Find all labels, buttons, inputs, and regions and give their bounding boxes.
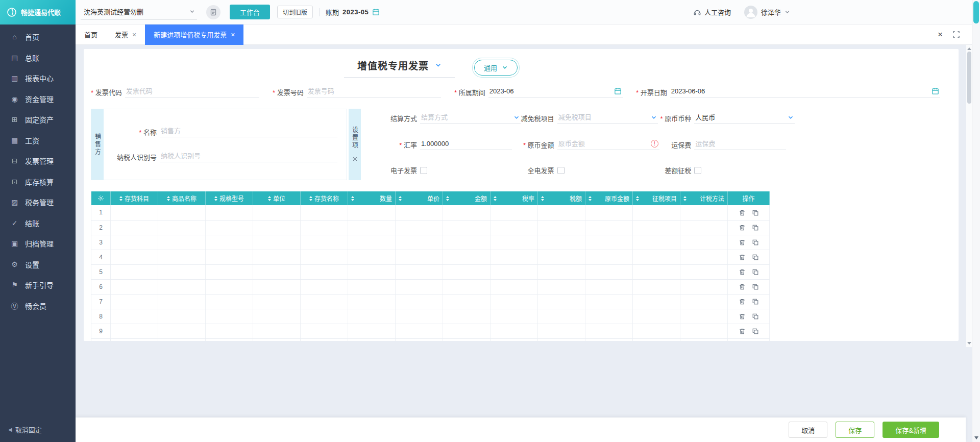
grid-cell[interactable] (206, 279, 253, 294)
grid-cell[interactable] (585, 294, 633, 309)
grid-cell[interactable] (585, 309, 633, 324)
grid-cell[interactable] (206, 250, 253, 264)
grid-cell[interactable] (158, 294, 206, 309)
grid-cell[interactable] (253, 279, 301, 294)
sidebar-item-home[interactable]: ⌂首页 (0, 27, 76, 47)
fullscreen-icon[interactable] (953, 31, 960, 38)
invoice-type-select[interactable]: 增值税专用发票 (344, 57, 455, 78)
grid-column-header[interactable]: 原币金额 (585, 191, 633, 205)
sort-icon[interactable] (167, 196, 170, 201)
switch-old-version-button[interactable]: 切到旧版 (277, 6, 313, 18)
sidebar-item-beginner-guide[interactable]: ⚑新手引导 (0, 275, 76, 296)
grid-cell[interactable] (538, 338, 585, 341)
grid-cell[interactable] (348, 220, 396, 235)
grid-cell[interactable] (158, 338, 206, 341)
grid-cell[interactable] (396, 264, 443, 279)
grid-cell[interactable] (443, 294, 491, 309)
grid-cell[interactable] (538, 309, 585, 324)
delete-row-icon[interactable] (739, 313, 746, 320)
grid-cell[interactable] (111, 279, 158, 294)
delete-row-icon[interactable] (739, 254, 746, 261)
invoice-code-input[interactable] (126, 87, 258, 95)
grid-cell[interactable] (158, 235, 206, 250)
content-scrollbar[interactable] (966, 45, 972, 347)
grid-cell[interactable] (253, 220, 301, 235)
sort-icon[interactable] (351, 196, 354, 201)
copy-row-icon[interactable] (752, 298, 759, 305)
grid-cell[interactable] (111, 338, 158, 341)
grid-column-header[interactable]: 税率 (491, 191, 538, 205)
grid-cell[interactable] (253, 309, 301, 324)
sidebar-item-invoice-management[interactable]: ⊟发票管理 (0, 151, 76, 171)
sidebar-item-tax-management[interactable]: ▨税务管理 (0, 192, 76, 213)
grid-cell[interactable] (301, 279, 348, 294)
sidebar-item-payroll[interactable]: ▦工资 (0, 130, 76, 151)
grid-cell[interactable] (111, 309, 158, 324)
tax-relief-select[interactable] (558, 113, 648, 121)
original-amount-input[interactable] (558, 140, 648, 148)
grid-cell[interactable] (538, 250, 585, 264)
grid-cell[interactable] (111, 220, 158, 235)
sort-icon[interactable] (268, 196, 271, 201)
grid-cell[interactable] (443, 235, 491, 250)
grid-cell[interactable] (348, 264, 396, 279)
delete-row-icon[interactable] (739, 328, 746, 335)
grid-cell[interactable] (491, 235, 538, 250)
grid-cell[interactable] (538, 294, 585, 309)
grid-cell[interactable] (206, 294, 253, 309)
grid-cell[interactable] (538, 235, 585, 250)
grid-cell[interactable] (253, 294, 301, 309)
grid-cell[interactable] (443, 279, 491, 294)
grid-cell[interactable] (491, 264, 538, 279)
tab-home[interactable]: 首页 (76, 24, 106, 45)
sort-icon[interactable] (214, 196, 217, 201)
grid-cell[interactable] (680, 250, 728, 264)
sort-icon[interactable] (589, 196, 592, 201)
grid-cell[interactable] (680, 324, 728, 338)
content-scrollbar-thumb[interactable] (967, 52, 971, 104)
sort-icon[interactable] (119, 196, 122, 201)
cancel-button[interactable]: 取消 (789, 422, 827, 438)
grid-cell[interactable] (491, 309, 538, 324)
grid-cell[interactable] (585, 264, 633, 279)
delete-row-icon[interactable] (739, 268, 746, 276)
checkbox[interactable] (694, 167, 701, 174)
sort-icon[interactable] (399, 196, 402, 201)
save-and-new-button[interactable]: 保存&新增 (883, 422, 939, 438)
grid-cell[interactable] (111, 324, 158, 338)
grid-cell[interactable] (680, 205, 728, 220)
scroll-down-icon[interactable] (967, 342, 971, 345)
grid-cell[interactable] (633, 205, 680, 220)
grid-cell[interactable] (633, 338, 680, 341)
accounting-period[interactable]: 账期 2023-05 (326, 7, 380, 17)
checkbox[interactable] (420, 167, 427, 174)
tab-close-icon[interactable]: × (231, 31, 235, 38)
grid-cell[interactable] (253, 264, 301, 279)
copy-row-icon[interactable] (752, 283, 759, 290)
sidebar-item-member[interactable]: Ⓥ畅会员 (0, 296, 76, 316)
save-button[interactable]: 保存 (836, 422, 874, 438)
window-scrollbar[interactable] (972, 0, 980, 442)
grid-cell[interactable] (491, 338, 538, 341)
grid-cell[interactable] (301, 338, 348, 341)
grid-cell[interactable] (348, 338, 396, 341)
tab-invoice[interactable]: 发票× (106, 24, 145, 45)
grid-cell[interactable] (633, 309, 680, 324)
grid-cell[interactable] (348, 235, 396, 250)
grid-cell[interactable] (206, 338, 253, 341)
grid-column-header[interactable]: 金额 (443, 191, 491, 205)
seller-taxid-input[interactable] (161, 152, 336, 160)
grid-cell[interactable] (538, 220, 585, 235)
sidebar-item-closing[interactable]: ✓结账 (0, 213, 76, 234)
grid-cell[interactable] (538, 205, 585, 220)
copy-row-icon[interactable] (752, 239, 759, 246)
grid-cell[interactable] (301, 324, 348, 338)
currency-select[interactable] (695, 113, 785, 121)
company-selector[interactable]: 沈海英测试经营勿删 (81, 5, 197, 20)
grid-cell[interactable] (585, 338, 633, 341)
delete-row-icon[interactable] (739, 224, 746, 231)
exchange-rate-input[interactable] (421, 140, 511, 148)
sidebar-item-report-center[interactable]: ▥报表中心 (0, 68, 76, 89)
sort-icon[interactable] (683, 196, 687, 201)
grid-cell[interactable] (348, 205, 396, 220)
